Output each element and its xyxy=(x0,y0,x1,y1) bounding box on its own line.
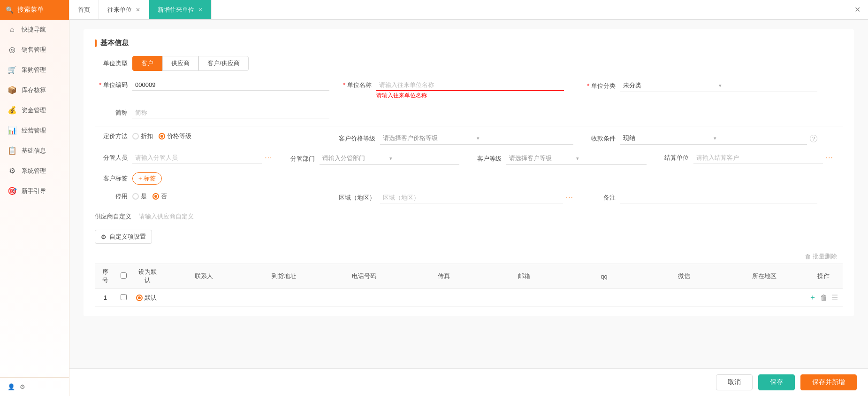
sidebar-item-sales[interactable]: ◎ 销售管理 xyxy=(0,39,69,60)
drag-handle[interactable]: ☰ xyxy=(831,293,838,302)
payment-terms-select[interactable]: 现结 ▾ xyxy=(620,132,807,145)
tab-new-partner-close[interactable]: ✕ xyxy=(198,7,203,13)
chevron-down-icon-2: ▾ xyxy=(477,135,571,141)
row-location[interactable] xyxy=(724,289,804,307)
customer-price-level-label: 客户价格等级 xyxy=(339,134,375,143)
add-tag-button[interactable]: + 标签 xyxy=(132,172,162,185)
pricing-method-label: 定价方法 xyxy=(95,132,128,140)
unit-name-input[interactable] xyxy=(376,79,564,91)
sidebar-item-purchase[interactable]: 🛒 采购管理 xyxy=(0,60,69,80)
field-unit-code: 单位编码 xyxy=(95,79,329,91)
add-row-button[interactable]: ＋ xyxy=(809,293,816,303)
main-area: 首页 往来单位 ✕ 新增往来单位 ✕ ✕ 基本信息 单位类型 客户 供应商 客户… xyxy=(69,0,868,396)
basic-info-icon: 📋 xyxy=(8,146,17,155)
unit-category-label: 单位分类 xyxy=(583,82,616,90)
row-contact[interactable] xyxy=(164,289,244,307)
region-input[interactable] xyxy=(380,192,563,203)
row-qq[interactable] xyxy=(564,289,644,307)
col-checkbox xyxy=(116,264,131,289)
row-alias: 简称 xyxy=(95,107,843,118)
save-button[interactable]: 保存 xyxy=(758,374,795,390)
sidebar-item-quick-nav[interactable]: ⌂ 快捷导航 xyxy=(0,20,69,39)
unit-type-supplier[interactable]: 供应商 xyxy=(162,56,198,71)
sidebar-item-label: 系统管理 xyxy=(22,167,46,175)
settlement-unit-more-btn[interactable]: ··· xyxy=(826,154,833,162)
sidebar-item-label: 快捷导航 xyxy=(22,25,46,34)
row-wechat[interactable] xyxy=(644,289,724,307)
customer-level-select[interactable]: 请选择客户等级 ▾ xyxy=(506,152,647,165)
field-pricing-method: 定价方法 折扣 价格等级 xyxy=(95,132,329,140)
cancel-button[interactable]: 取消 xyxy=(716,374,753,390)
delete-row-button[interactable]: 🗑 xyxy=(820,294,828,302)
supplier-custom-input[interactable] xyxy=(136,211,277,222)
pricing-level-radio[interactable] xyxy=(159,133,165,140)
payment-terms-help-icon[interactable]: ? xyxy=(810,135,817,142)
field-manager: 分管人员 ··· xyxy=(95,152,273,163)
pricing-discount-radio[interactable] xyxy=(132,133,139,140)
sidebar-item-operations[interactable]: 📊 经营管理 xyxy=(0,120,69,140)
tab-partner[interactable]: 往来单位 ✕ xyxy=(99,0,149,19)
manager-more-btn[interactable]: ··· xyxy=(265,154,272,162)
batch-delete-button[interactable]: 🗑 批量删除 xyxy=(805,252,837,261)
unit-category-select[interactable]: 未分类 ▾ xyxy=(620,79,817,92)
unit-type-customer[interactable]: 客户 xyxy=(132,56,162,71)
customer-level-placeholder: 请选择客户等级 xyxy=(509,154,576,163)
row-address[interactable] xyxy=(244,289,324,307)
row-select-checkbox[interactable] xyxy=(121,294,127,300)
department-select[interactable]: 请输入分管部门 ▾ xyxy=(320,152,460,165)
row-fax[interactable] xyxy=(404,289,484,307)
col-default: 设为默认 xyxy=(131,264,164,289)
disabled-yes-radio[interactable] xyxy=(132,193,139,200)
customer-price-level-select[interactable]: 请选择客户价格等级 ▾ xyxy=(380,132,573,145)
field-unit-name-wrapper: 单位名称 请输入往来单位名称 xyxy=(339,79,573,100)
sidebar-item-inventory[interactable]: 📦 库存核算 xyxy=(0,80,69,100)
alias-input[interactable] xyxy=(132,107,329,118)
pricing-radio-group: 折扣 价格等级 xyxy=(132,132,191,140)
unit-code-input[interactable] xyxy=(132,79,329,91)
chevron-down-icon-4: ▾ xyxy=(389,155,457,162)
remark-input[interactable] xyxy=(620,192,817,203)
tab-partner-close[interactable]: ✕ xyxy=(136,7,140,13)
finance-icon: 💰 xyxy=(8,106,17,115)
select-all-checkbox[interactable] xyxy=(121,272,127,279)
settings-icon[interactable]: ⚙ xyxy=(20,383,25,390)
disabled-no-option[interactable]: 否 xyxy=(152,192,167,201)
col-location: 所在地区 xyxy=(724,264,804,289)
sidebar-item-guide[interactable]: 🎯 新手引导 xyxy=(0,181,69,201)
unit-type-both[interactable]: 客户/供应商 xyxy=(198,56,249,71)
row-default-radio[interactable]: 默认 xyxy=(136,294,160,302)
row-phone[interactable] xyxy=(324,289,404,307)
tab-new-partner[interactable]: 新增往来单位 ✕ xyxy=(149,0,212,19)
region-more-btn[interactable]: ··· xyxy=(566,194,573,202)
sidebar-item-basic-info[interactable]: 📋 基础信息 xyxy=(0,140,69,161)
manager-input[interactable] xyxy=(132,152,262,163)
tab-new-partner-label: 新增往来单位 xyxy=(158,6,194,14)
default-radio-circle[interactable] xyxy=(136,295,143,301)
field-supplier-custom: 供应商自定义 xyxy=(95,211,833,222)
field-settlement-unit: 结算单位 ··· xyxy=(656,152,834,163)
alias-label: 简称 xyxy=(95,109,128,117)
form-area: 基本信息 单位类型 客户 供应商 客户/供应商 单位编码 单位名称 xyxy=(84,29,854,316)
disabled-label: 停用 xyxy=(95,192,128,201)
close-all-tabs[interactable]: ✕ xyxy=(847,5,868,14)
sidebar-item-finance[interactable]: 💰 资金管理 xyxy=(0,100,69,120)
sidebar-search[interactable]: 🔍 搜索菜单 xyxy=(0,0,69,20)
col-contact: 联系人 xyxy=(164,264,244,289)
unit-type-label: 单位类型 xyxy=(95,59,128,68)
disabled-no-radio[interactable] xyxy=(152,193,159,200)
row-disabled-region: 停用 是 否 区域（地区） ··· xyxy=(95,192,843,203)
sidebar-item-system[interactable]: ⚙ 系统管理 xyxy=(0,161,69,181)
disabled-yes-option[interactable]: 是 xyxy=(132,192,147,201)
inventory-icon: 📦 xyxy=(8,85,17,94)
remark-label: 备注 xyxy=(583,194,616,202)
custom-settings-button[interactable]: ⚙ 自定义项设置 xyxy=(95,230,152,244)
pricing-level-option[interactable]: 价格等级 xyxy=(159,132,191,140)
save-and-new-button[interactable]: 保存并新增 xyxy=(800,374,857,390)
supplier-custom-label: 供应商自定义 xyxy=(95,212,131,221)
table-toolbar: 🗑 批量删除 xyxy=(95,249,843,264)
tab-home[interactable]: 首页 xyxy=(69,0,99,19)
row-supplier-custom: 供应商自定义 xyxy=(95,211,843,222)
pricing-discount-option[interactable]: 折扣 xyxy=(132,132,153,140)
row-email[interactable] xyxy=(484,289,564,307)
settlement-unit-input[interactable] xyxy=(693,152,823,163)
